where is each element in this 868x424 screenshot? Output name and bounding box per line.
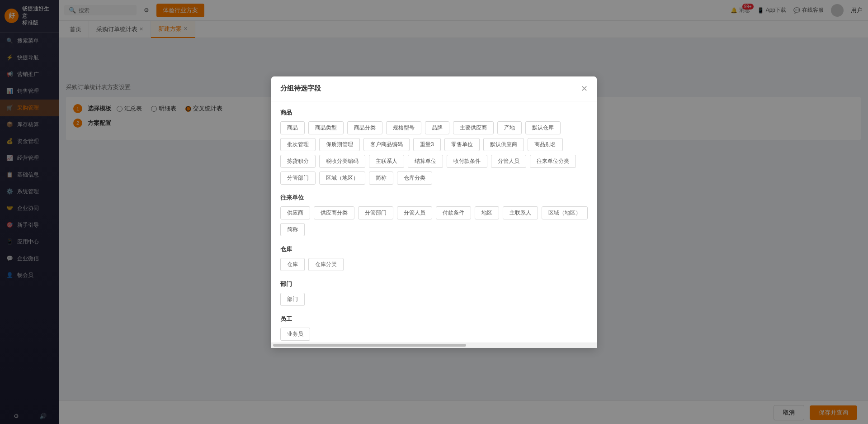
field-tag-部门[interactable]: 部门 xyxy=(280,293,305,306)
field-tag-分管部门[interactable]: 分管部门 xyxy=(358,206,393,219)
field-tags-partner: 供应商供应商分类分管部门分管人员付款条件地区主联系人区域（地区）简称 xyxy=(280,206,588,236)
field-tag-往来单位分类[interactable]: 往来单位分类 xyxy=(530,155,576,168)
field-tag-供应商分类[interactable]: 供应商分类 xyxy=(314,206,354,219)
section-title-partner: 往来单位 xyxy=(280,194,588,202)
modal-header: 分组待选字段 ✕ xyxy=(271,76,597,101)
field-tags-goods: 商品商品类型商品分类规格型号品牌主要供应商产地默认仓库批次管理保质期管理客户商品… xyxy=(280,121,588,185)
modal-hscroll xyxy=(271,343,597,348)
field-tag-商品[interactable]: 商品 xyxy=(280,121,305,134)
field-tags-warehouse: 仓库仓库分类 xyxy=(280,258,588,271)
modal-body: 商品商品商品类型商品分类规格型号品牌主要供应商产地默认仓库批次管理保质期管理客户… xyxy=(271,101,597,343)
field-tag-零售单位[interactable]: 零售单位 xyxy=(444,138,480,151)
field-tag-商品别名[interactable]: 商品别名 xyxy=(528,138,563,151)
modal-field-select: 分组待选字段 ✕ 商品商品商品类型商品分类规格型号品牌主要供应商产地默认仓库批次… xyxy=(271,76,597,348)
field-tags-department: 部门 xyxy=(280,293,588,306)
field-tag-拣货积分[interactable]: 拣货积分 xyxy=(280,155,316,168)
field-tag-主联系人[interactable]: 主联系人 xyxy=(369,155,404,168)
field-tag-客户商品编码[interactable]: 客户商品编码 xyxy=(363,138,410,151)
field-tag-默认供应商[interactable]: 默认供应商 xyxy=(483,138,524,151)
field-tag-业务员[interactable]: 业务员 xyxy=(280,328,310,341)
section-title-warehouse: 仓库 xyxy=(280,245,588,253)
field-tag-地区[interactable]: 地区 xyxy=(475,206,499,219)
field-tag-重量3[interactable]: 重量3 xyxy=(413,138,441,151)
field-section-partner: 往来单位供应商供应商分类分管部门分管人员付款条件地区主联系人区域（地区）简称 xyxy=(280,194,588,236)
field-tag-商品分类[interactable]: 商品分类 xyxy=(347,121,382,134)
field-tags-employee: 业务员 xyxy=(280,328,588,341)
field-tag-主联系人[interactable]: 主联系人 xyxy=(503,206,538,219)
field-tag-保质期管理[interactable]: 保质期管理 xyxy=(319,138,360,151)
field-tag-仓库分类[interactable]: 仓库分类 xyxy=(308,258,344,271)
field-tag-仓库分类[interactable]: 仓库分类 xyxy=(397,172,432,185)
field-section-warehouse: 仓库仓库仓库分类 xyxy=(280,245,588,271)
hscroll-thumb xyxy=(273,344,466,347)
field-tag-主要供应商[interactable]: 主要供应商 xyxy=(453,121,494,134)
field-tag-商品类型[interactable]: 商品类型 xyxy=(308,121,344,134)
field-tag-收付款条件[interactable]: 收付款条件 xyxy=(447,155,487,168)
field-tag-付款条件[interactable]: 付款条件 xyxy=(436,206,471,219)
field-tag-分管部门[interactable]: 分管部门 xyxy=(280,172,316,185)
field-section-employee: 员工业务员 xyxy=(280,315,588,341)
field-tag-结算单位[interactable]: 结算单位 xyxy=(408,155,443,168)
field-tag-批次管理[interactable]: 批次管理 xyxy=(280,138,316,151)
field-tag-产地[interactable]: 产地 xyxy=(497,121,522,134)
field-tag-仓库[interactable]: 仓库 xyxy=(280,258,305,271)
field-tag-税收分类编码[interactable]: 税收分类编码 xyxy=(319,155,365,168)
field-section-goods: 商品商品商品类型商品分类规格型号品牌主要供应商产地默认仓库批次管理保质期管理客户… xyxy=(280,109,588,185)
field-tag-区域（地区）[interactable]: 区域（地区） xyxy=(542,206,588,219)
section-title-department: 部门 xyxy=(280,280,588,288)
field-tag-分管人员[interactable]: 分管人员 xyxy=(491,155,526,168)
field-tag-规格型号[interactable]: 规格型号 xyxy=(386,121,421,134)
modal-title: 分组待选字段 xyxy=(280,84,321,93)
section-title-goods: 商品 xyxy=(280,109,588,117)
field-section-department: 部门部门 xyxy=(280,280,588,306)
field-tag-品牌[interactable]: 品牌 xyxy=(425,121,449,134)
field-tag-默认仓库[interactable]: 默认仓库 xyxy=(525,121,561,134)
modal-close-icon[interactable]: ✕ xyxy=(581,84,588,94)
field-tag-区域（地区）[interactable]: 区域（地区） xyxy=(319,172,365,185)
section-title-employee: 员工 xyxy=(280,315,588,323)
field-tag-简称[interactable]: 简称 xyxy=(369,172,393,185)
field-tag-简称[interactable]: 简称 xyxy=(280,223,305,236)
field-tag-供应商[interactable]: 供应商 xyxy=(280,206,310,219)
field-tag-分管人员[interactable]: 分管人员 xyxy=(397,206,432,219)
